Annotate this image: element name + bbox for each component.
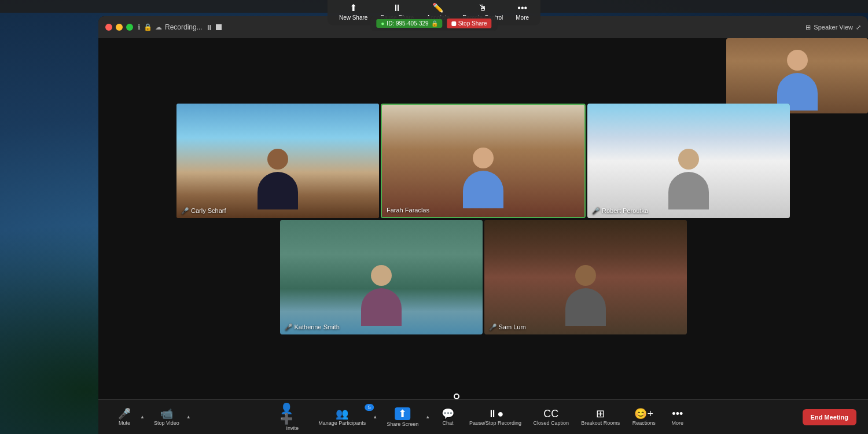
share-bar: ● ID: 995-405-329 🔒 Stop Share [370, 16, 497, 31]
new-share-button[interactable]: ⬆ New Share [333, 1, 373, 22]
invite-button[interactable]: 👤➕ Invite [274, 401, 310, 433]
breakout-rooms-button[interactable]: ⊞ Breakout Rooms [576, 406, 625, 428]
more-top-button[interactable]: ••• More [510, 2, 535, 22]
minimize-button[interactable] [116, 24, 123, 31]
grid-row-1: 🎤 Carly Scharf Farah Faraclas [176, 104, 790, 218]
pause-stop-recording-button[interactable]: ⏸● Pause/Stop Recording [465, 406, 526, 428]
recording-indicator: ℹ 🔒 ☁ Recording... ⏸ [138, 23, 222, 32]
participant-name-katherine: 🎤 Katherine Smith [285, 323, 340, 331]
new-share-icon: ⬆ [350, 2, 357, 13]
share-screen-chevron[interactable]: ▲ [424, 413, 431, 421]
participants-icon: 👥 [336, 409, 348, 419]
video-cell-robert[interactable]: 🎤 Robert Peroutka [587, 104, 790, 218]
speaker-view-button[interactable]: ⊞ Speaker View ⤢ [806, 24, 861, 31]
meeting-id-badge: ● ID: 995-405-329 🔒 [376, 19, 442, 28]
recording-icon: ⏸● [487, 409, 504, 419]
closed-caption-button[interactable]: CC Closed Caption [528, 406, 574, 428]
mute-group: 🎤 Mute ▲ [110, 406, 146, 428]
traffic-lights [105, 24, 133, 31]
reactions-button[interactable]: 😊+ Reactions [627, 406, 661, 428]
participants-count-badge: 5 [365, 404, 374, 411]
remote-control-icon: 🖱 [478, 3, 487, 13]
chat-button[interactable]: 💬 Chat [433, 406, 462, 428]
chat-icon: 💬 [442, 409, 454, 419]
lock-icon: 🔒 [431, 20, 438, 27]
cc-icon: CC [543, 409, 558, 419]
participant-name-robert: 🎤 Robert Peroutka [592, 207, 648, 215]
more-bottom-icon: ••• [672, 409, 683, 419]
grid-row-2: 🎤 Katherine Smith 🎤 Sam Lum [176, 220, 790, 334]
toolbar-center: 👤➕ Invite 👥 5 Manage Participants ▲ ⬆ Sh… [274, 401, 692, 433]
participants-chevron[interactable]: ▲ [372, 413, 378, 421]
mic-muted-icon-sam: 🎤 [489, 323, 497, 331]
breakout-rooms-icon: ⊞ [596, 409, 605, 419]
toolbar-right: End Meeting [803, 409, 856, 425]
lock-small-icon: 🔒 [144, 23, 152, 31]
video-camera-icon: 📹 [160, 409, 173, 419]
video-group: 📹 Stop Video ▲ [148, 406, 192, 428]
maximize-button[interactable] [126, 24, 133, 31]
invite-icon: 👤➕ [280, 403, 304, 424]
close-button[interactable] [105, 24, 112, 31]
participants-group: 👥 5 Manage Participants ▲ [312, 406, 378, 428]
share-screen-icon: ⬆ [395, 407, 410, 420]
toolbar-left: 🎤 Mute ▲ 📹 Stop Video ▲ [110, 406, 192, 428]
share-screen-group: ⬆ Share Screen ▲ [381, 405, 431, 429]
manage-participants-button[interactable]: 👥 5 Manage Participants [312, 406, 372, 428]
video-cell-katherine[interactable]: 🎤 Katherine Smith [280, 220, 483, 334]
more-top-icon: ••• [517, 3, 527, 13]
pause-share-icon: ⏸ [392, 3, 402, 13]
video-area: Farah Faraclas 🎤 Carly Scharf [98, 38, 868, 399]
self-view-panel[interactable]: Farah Faraclas [726, 38, 868, 113]
reactions-icon: 😊+ [634, 409, 653, 419]
mic-muted-icon-katherine: 🎤 [285, 323, 293, 331]
video-chevron[interactable]: ▲ [185, 413, 192, 421]
participant-name-carly: 🎤 Carly Scharf [181, 207, 226, 215]
video-cell-sam[interactable]: 🎤 Sam Lum [484, 220, 687, 334]
video-cell-farah[interactable]: Farah Faraclas [381, 104, 586, 218]
bottom-toolbar: 🎤 Mute ▲ 📹 Stop Video ▲ 👤➕ Invite � [98, 399, 868, 434]
microphone-icon: 🎤 [118, 409, 131, 419]
info-icon: ℹ [138, 23, 141, 31]
mic-muted-icon-robert: 🎤 [592, 207, 600, 215]
recording-pause-button[interactable]: ⏸ [205, 23, 213, 32]
share-icon-green: ● [381, 20, 384, 27]
expand-icon: ⤢ [856, 24, 861, 31]
mic-muted-icon-carly: 🎤 [181, 207, 189, 215]
participant-name-farah: Farah Faraclas [387, 207, 429, 214]
recording-label: Recording... [165, 23, 203, 31]
speaker-view-icon: ⊞ [806, 24, 811, 31]
zoom-window: ℹ 🔒 ☁ Recording... ⏸ ⊞ Speaker View ⤢ Fa… [98, 16, 868, 434]
stop-video-button[interactable]: 📹 Stop Video [148, 406, 185, 428]
cloud-icon: ☁ [155, 23, 162, 31]
more-bottom-button[interactable]: ••• More [663, 406, 692, 428]
mute-button[interactable]: 🎤 Mute [110, 406, 139, 428]
participant-name-sam: 🎤 Sam Lum [489, 323, 526, 331]
video-cell-carly[interactable]: 🎤 Carly Scharf [176, 104, 379, 218]
video-grid: 🎤 Carly Scharf Farah Faraclas [176, 104, 790, 334]
share-screen-button[interactable]: ⬆ Share Screen [381, 405, 424, 429]
stop-share-dot [452, 21, 457, 26]
mute-chevron[interactable]: ▲ [139, 413, 146, 421]
stop-share-button[interactable]: Stop Share [447, 19, 492, 28]
recording-stop-button[interactable] [216, 24, 222, 30]
annotate-icon: ✏️ [432, 2, 444, 13]
end-meeting-button[interactable]: End Meeting [803, 409, 856, 425]
